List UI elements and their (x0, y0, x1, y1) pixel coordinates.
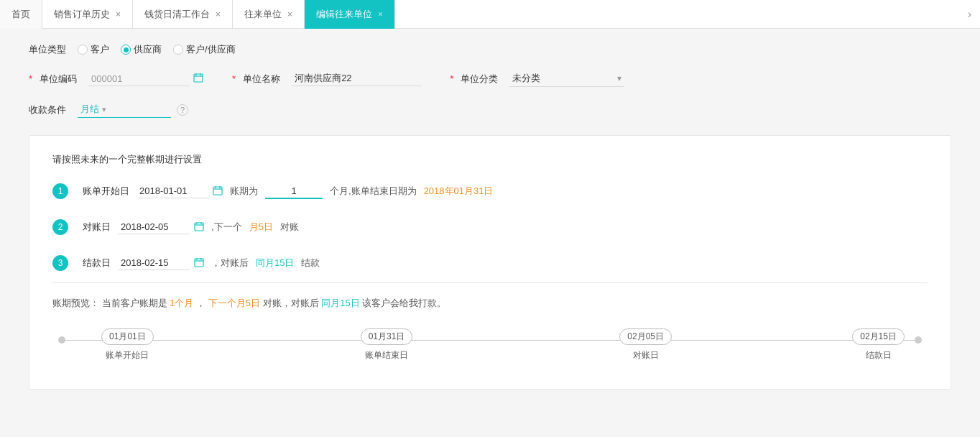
step-1-period-input[interactable] (265, 184, 323, 199)
unit-category-group: * 单位分类 未分类 ▾ (450, 70, 624, 87)
unit-type-row: 单位类型 客户 供应商 客户/供应商 (29, 43, 951, 56)
preview-text-4: 该客户会给我打款。 (362, 298, 446, 308)
radio-customer-supplier-circle (173, 45, 183, 55)
step-1-content: 账单开始日 账期为 个月,账单结束日期为 2018年01月3 (83, 184, 493, 199)
radio-supplier-label: 供应商 (134, 43, 162, 56)
tl-label-3: 对账日 (633, 349, 659, 362)
tab-sales-order-history-label: 销售订单历史 (54, 8, 110, 21)
step-3-content: 结款日 ，对账后 同月15日 结款 (83, 256, 320, 270)
tl-node-2: 01月31日 账单结束日 (361, 328, 413, 362)
tl-node-4: 02月15日 结款日 (852, 328, 905, 362)
unit-code-icon[interactable] (193, 73, 203, 85)
unit-info-row: * 单位编码 * 单位名称 * 单位 (29, 70, 951, 87)
radio-customer-circle (78, 45, 88, 55)
step-2-date-wrap (118, 220, 204, 234)
step-2-suffix1: ,下一个 (211, 221, 242, 234)
payment-condition-select[interactable]: 月结 ▾ (78, 101, 171, 118)
tab-partner-unit-close[interactable]: × (287, 10, 292, 19)
tab-home[interactable]: 首页 (0, 0, 42, 29)
step-1-row: 1 账单开始日 账期为 个月,账单结束日期为 (52, 183, 928, 199)
step-2-date-input[interactable] (118, 220, 190, 234)
radio-supplier[interactable]: 供应商 (121, 43, 162, 56)
preview-text-2: ， (196, 298, 205, 308)
preview-highlight3: 同月15日 (321, 298, 359, 308)
unit-category-value: 未分类 (512, 72, 614, 85)
timeline-dot-right (915, 336, 922, 344)
tab-edit-partner-unit-close[interactable]: × (378, 10, 383, 19)
step-3-suffix1: ，对账后 (211, 257, 249, 270)
unit-name-input[interactable] (292, 72, 421, 86)
tl-label-4: 结款日 (866, 349, 892, 362)
tl-badge-3: 02月05日 (619, 328, 672, 345)
preview-section: 账期预览： 当前客户账期是 1个月 ， 下一个月5日 对账，对账后 同月15日 … (52, 295, 928, 323)
step-2-calendar-icon[interactable] (194, 221, 204, 234)
step-1-calendar-icon[interactable] (213, 185, 223, 198)
timeline-container: 01月01日 账单开始日 01月31日 账单结束日 02月05日 对账日 02月… (52, 323, 928, 372)
tab-home-label: 首页 (11, 8, 30, 21)
step-3-date-input[interactable] (118, 256, 190, 270)
required-star-code: * (29, 73, 32, 84)
unit-category-arrow: ▾ (617, 73, 621, 83)
payment-condition-value: 月结 (80, 103, 99, 116)
radio-group: 客户 供应商 客户/供应商 (78, 43, 236, 56)
tl-node-3: 02月05日 对账日 (619, 328, 672, 362)
step-3-date-wrap (118, 256, 204, 270)
tab-cash-flow-workbench[interactable]: 钱货日清工作台 × (133, 0, 233, 29)
tab-sales-order-history[interactable]: 销售订单历史 × (42, 0, 133, 29)
tab-sales-order-history-close[interactable]: × (116, 10, 121, 19)
radio-customer-label: 客户 (91, 43, 109, 56)
unit-name-group: * 单位名称 (232, 72, 421, 86)
step-2-highlight1: 月5日 (249, 221, 273, 234)
required-star-name: * (232, 73, 236, 84)
tab-cash-flow-workbench-close[interactable]: × (216, 10, 221, 19)
step-1-period-prefix: 账期为 (230, 185, 258, 198)
card-description: 请按照未来的一个完整帐期进行设置 (52, 153, 928, 166)
unit-name-label: 单位名称 (243, 73, 280, 86)
step-1-date-input[interactable] (137, 184, 208, 198)
main-content: 单位类型 客户 供应商 客户/供应商 * 单位编码 (0, 29, 980, 437)
unit-code-group: * 单位编码 (29, 72, 203, 86)
step-1-date-wrap (137, 184, 223, 198)
tl-badge-2: 01月31日 (361, 328, 413, 345)
timeline-dot-left (58, 336, 65, 344)
step-3-label: 结款日 (83, 257, 111, 270)
unit-category-label: 单位分类 (461, 73, 498, 86)
step-2-suffix2: 对账 (280, 221, 299, 234)
step-2-row: 2 对账日 ,下一个 月5日 对账 (52, 219, 928, 235)
tab-partner-unit[interactable]: 往来单位 × (233, 0, 305, 29)
radio-supplier-circle (121, 45, 131, 55)
help-icon[interactable]: ? (177, 104, 188, 116)
step-3-num: 3 (52, 255, 68, 271)
step-3-row: 3 结款日 ，对账后 同月15日 结款 (52, 255, 928, 271)
tab-expand-button[interactable]: › (959, 8, 980, 21)
tab-cash-flow-workbench-label: 钱货日清工作台 (144, 8, 210, 21)
svg-rect-4 (213, 187, 222, 195)
unit-code-label: 单位编码 (40, 73, 77, 86)
preview-highlight1: 1个月 (170, 298, 193, 308)
preview-text-1: 当前客户账期是 (102, 298, 167, 308)
step-3-calendar-icon[interactable] (194, 257, 204, 270)
step-2-num: 2 (52, 219, 68, 235)
preview-text-3: 对账，对账后 (263, 298, 319, 308)
unit-category-select[interactable]: 未分类 ▾ (509, 70, 624, 87)
payment-condition-row: 收款条件 月结 ▾ ? (29, 101, 951, 118)
unit-type-label: 单位类型 (29, 43, 66, 56)
payment-condition-arrow: ▾ (102, 105, 106, 114)
preview-label: 账期预览： (52, 298, 99, 308)
svg-rect-12 (195, 259, 203, 267)
tl-badge-1: 01月01日 (101, 328, 154, 345)
timeline-track: 01月01日 账单开始日 01月31日 账单结束日 02月05日 对账日 02月… (58, 328, 922, 372)
step-2-content: 对账日 ,下一个 月5日 对账 (83, 220, 299, 234)
tabs-bar: 首页 销售订单历史 × 钱货日清工作台 × 往来单位 × 编辑往来单位 × › (0, 0, 980, 29)
radio-customer-supplier[interactable]: 客户/供应商 (173, 43, 236, 56)
tab-edit-partner-unit[interactable]: 编辑往来单位 × (305, 0, 395, 29)
tl-badge-4: 02月15日 (852, 328, 905, 345)
radio-customer[interactable]: 客户 (78, 43, 109, 56)
step-3-highlight1: 同月15日 (256, 257, 294, 270)
step-1-end-date: 2018年01月31日 (424, 185, 494, 198)
svg-rect-8 (195, 223, 203, 231)
step-3-suffix2: 结款 (301, 257, 320, 270)
unit-code-input-wrap (88, 72, 203, 86)
payment-condition-label: 收款条件 (29, 104, 66, 116)
unit-code-input[interactable] (88, 72, 189, 86)
